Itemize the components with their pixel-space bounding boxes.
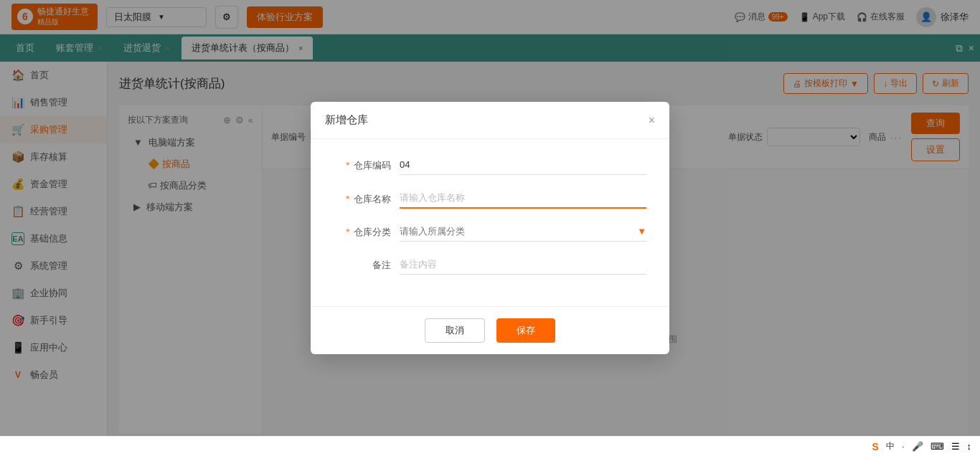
status-icon-s: S [872,441,879,452]
form-label-remark: 备注 [334,259,391,272]
status-icon-mic: 🎤 [912,441,923,452]
form-label-code: * 仓库编码 [334,159,391,172]
form-row-remark: 备注 [334,256,646,275]
dialog-body: * 仓库编码 * 仓库名称 * 仓库分类 [311,139,669,306]
form-row-name: * 仓库名称 [334,189,646,209]
status-icon-menu: ☰ [951,441,960,452]
form-label-category: * 仓库分类 [334,226,391,239]
warehouse-remark-input[interactable] [400,256,646,275]
form-row-code: * 仓库编码 [334,156,646,175]
status-bar: S 中 · 🎤 ⌨ ☰ ↕ [0,436,980,456]
warehouse-category-input[interactable] [400,226,637,237]
dialog-title: 新增仓库 [325,113,368,127]
category-chevron-icon: ▼ [637,226,646,237]
warehouse-code-input[interactable] [400,156,646,175]
form-row-category: * 仓库分类 ▼ [334,223,646,242]
dialog-footer: 取消 保存 [311,306,669,354]
warehouse-name-input[interactable] [400,189,646,209]
form-label-name: * 仓库名称 [334,193,391,206]
status-icon-scroll: ↕ [967,441,972,452]
cancel-button[interactable]: 取消 [425,318,485,343]
dialog-close-icon[interactable]: × [649,114,655,127]
overlay: 新增仓库 × * 仓库编码 * 仓库名称 [0,0,980,456]
status-icon-keyboard: ⌨ [930,441,944,452]
warehouse-category-selector[interactable]: ▼ [400,223,646,242]
status-icon-cn: 中 [886,440,895,452]
status-icon-dot: · [902,441,905,452]
save-button[interactable]: 保存 [496,318,555,343]
dialog-add-warehouse: 新增仓库 × * 仓库编码 * 仓库名称 [311,102,669,354]
dialog-header: 新增仓库 × [311,102,669,139]
